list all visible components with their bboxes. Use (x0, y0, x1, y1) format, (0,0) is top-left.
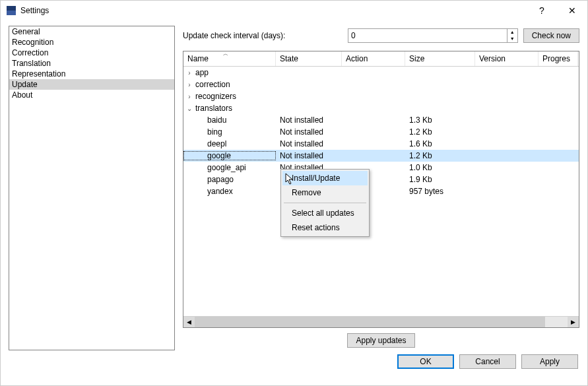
category-sidebar: General Recognition Correction Translati… (9, 26, 175, 350)
column-name[interactable]: Name︿ (183, 51, 276, 66)
row-name: yandex (207, 187, 233, 196)
column-state[interactable]: State (276, 51, 342, 66)
tree-row[interactable]: baiduNot installed1.3 Kb (183, 114, 579, 126)
svg-rect-1 (7, 6, 16, 11)
column-size[interactable]: Size (405, 51, 475, 66)
tree-row[interactable]: bingNot installed1.2 Kb (183, 126, 579, 138)
group-label: correction (195, 80, 230, 89)
spin-up-icon[interactable]: ▲ (507, 29, 517, 36)
interval-spinbox[interactable]: ▲ ▼ (348, 28, 518, 43)
column-action[interactable]: Action (342, 51, 405, 66)
tree-row[interactable]: yandexNot installed957 bytes (183, 185, 579, 197)
menu-separator (284, 203, 366, 203)
scroll-thumb[interactable] (195, 317, 545, 328)
group-label: recognizers (195, 92, 236, 101)
row-name: baidu (207, 115, 226, 125)
interval-label: Update check interval (days): (183, 31, 348, 40)
row-state: Not installed (276, 115, 342, 125)
tree-row[interactable]: deeplNot installed1.6 Kb (183, 138, 579, 150)
row-name: bing (207, 127, 222, 137)
row-size: 1.6 Kb (405, 139, 475, 148)
menu-remove[interactable]: Remove (282, 185, 368, 200)
context-menu: Install/Update Remove Select all updates… (280, 169, 370, 237)
expand-icon[interactable]: › (186, 93, 193, 100)
sidebar-item-general[interactable]: General (9, 26, 174, 37)
menu-select-all-updates[interactable]: Select all updates (282, 206, 368, 220)
scroll-left-icon[interactable]: ◀ (183, 317, 195, 328)
spin-down-icon[interactable]: ▼ (507, 36, 517, 42)
sidebar-item-representation[interactable]: Representation (9, 69, 174, 79)
row-state: Not installed (276, 127, 342, 137)
cancel-button[interactable]: Cancel (459, 354, 516, 369)
row-name: deepl (207, 139, 226, 148)
row-size: 1.2 Kb (405, 127, 475, 137)
tree-group[interactable]: ›app (183, 67, 579, 79)
row-name: google_api (207, 163, 246, 172)
apply-updates-button[interactable]: Apply updates (347, 333, 414, 348)
check-now-button[interactable]: Check now (523, 28, 579, 43)
sidebar-item-about[interactable]: About (9, 90, 174, 100)
close-button[interactable]: ✕ (557, 1, 587, 20)
sort-indicator-icon: ︿ (223, 51, 228, 57)
dialog-footer: OK Cancel Apply (1, 350, 587, 375)
row-state: Not installed (276, 151, 342, 160)
tree-group[interactable]: ›correction (183, 79, 579, 90)
tree-group[interactable]: ⌄translators (183, 102, 579, 114)
interval-input[interactable] (348, 29, 507, 42)
app-icon (6, 5, 16, 16)
row-state: Not installed (276, 139, 342, 148)
row-size: 957 bytes (405, 187, 475, 196)
apply-button[interactable]: Apply (521, 354, 578, 369)
tree-header: Name︿ State Action Size Version Progres (183, 51, 579, 67)
sidebar-item-correction[interactable]: Correction (9, 48, 174, 58)
row-size: 1.0 Kb (405, 163, 475, 172)
update-tree: Name︿ State Action Size Version Progres … (183, 51, 579, 328)
row-name: papago (207, 175, 234, 184)
expand-icon[interactable]: › (186, 81, 193, 88)
group-label: app (195, 68, 209, 77)
menu-reset-actions[interactable]: Reset actions (282, 220, 368, 235)
menu-install-update[interactable]: Install/Update (282, 171, 368, 185)
tree-row[interactable]: googleNot installed1.2 Kb (183, 150, 579, 162)
tree-row[interactable]: papagoNot installed1.9 Kb (183, 174, 579, 185)
sidebar-item-translation[interactable]: Translation (9, 58, 174, 69)
sidebar-item-recognition[interactable]: Recognition (9, 37, 174, 48)
column-version[interactable]: Version (475, 51, 539, 66)
scroll-right-icon[interactable]: ▶ (568, 317, 579, 328)
help-button[interactable]: ? (527, 1, 557, 20)
row-name: google (207, 151, 231, 160)
row-size: 1.9 Kb (405, 175, 475, 184)
ok-button[interactable]: OK (397, 354, 454, 369)
expand-icon[interactable]: ⌄ (186, 105, 193, 112)
horizontal-scrollbar[interactable]: ◀ ▶ (183, 316, 579, 327)
tree-row[interactable]: google_apiNot installed1.0 Kb (183, 162, 579, 174)
row-size: 1.3 Kb (405, 115, 475, 125)
expand-icon[interactable]: › (186, 69, 193, 77)
column-progress[interactable]: Progres (539, 51, 578, 66)
window-title: Settings (20, 6, 49, 15)
titlebar: Settings ? ✕ (1, 1, 587, 20)
group-label: translators (195, 104, 232, 113)
sidebar-item-update[interactable]: Update (9, 79, 174, 90)
row-size: 1.2 Kb (405, 151, 475, 160)
tree-group[interactable]: ›recognizers (183, 90, 579, 102)
